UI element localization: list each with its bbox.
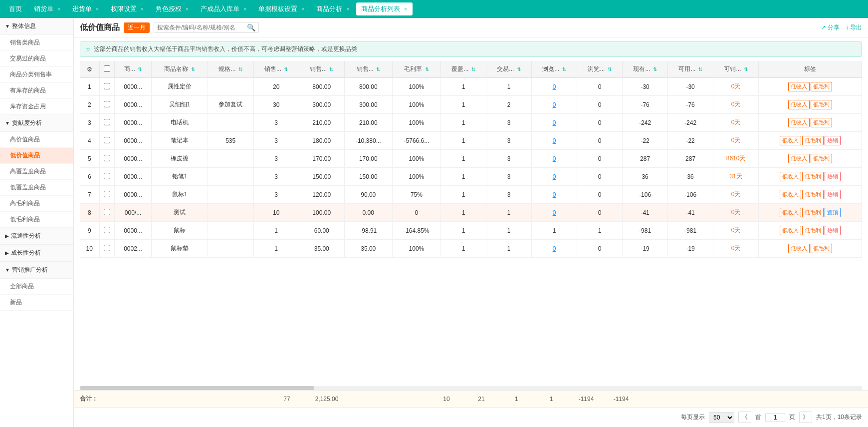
row-checkbox[interactable] <box>104 227 110 233</box>
col-sale3[interactable]: 销售... ⇅ <box>344 61 392 78</box>
row-checkbox[interactable] <box>104 119 110 125</box>
sidebar-item-category-rate[interactable]: 商品分类销售率 <box>0 67 73 83</box>
sidebar-group-flow[interactable]: ▶流通性分析 <box>0 228 73 245</box>
per-page-select[interactable]: 50 100 <box>709 412 734 423</box>
view1-link[interactable]: 0 <box>553 173 556 180</box>
row-num: 7 <box>80 186 99 204</box>
sidebar-item-high-coverage[interactable]: 高覆盖度商品 <box>0 164 73 180</box>
col-name[interactable]: 商品名称 ⇅ <box>152 61 208 78</box>
select-all-checkbox[interactable] <box>104 65 110 72</box>
nav-purchase[interactable]: 进货单 × <box>67 2 104 15</box>
row-cover: 1 <box>440 168 486 186</box>
sidebar-item-sales-goods[interactable]: 销售类商品 <box>0 35 73 51</box>
view1-link[interactable]: 0 <box>553 137 556 144</box>
row-name[interactable]: 属性定价 <box>152 78 208 96</box>
export-button[interactable]: ↓ 导出 <box>846 23 862 32</box>
sidebar-item-low-coverage[interactable]: 低覆盖度商品 <box>0 180 73 196</box>
sidebar-item-traded-goods[interactable]: 交易过的商品 <box>0 51 73 67</box>
col-available[interactable]: 可用... ⇅ <box>668 61 713 78</box>
col-view1[interactable]: 浏览... ⇅ <box>532 61 577 78</box>
col-trade[interactable]: 交易... ⇅ <box>486 61 531 78</box>
row-checkbox[interactable] <box>104 155 110 161</box>
row-name[interactable]: 橡皮擦 <box>152 150 208 168</box>
sidebar-group-overall[interactable]: ▼整体信息 <box>0 18 73 35</box>
row-sale3: 0.00 <box>344 204 392 222</box>
view1-link[interactable]: 0 <box>553 83 556 90</box>
sidebar-group-growth[interactable]: ▶成长性分析 <box>0 245 73 262</box>
row-code: 0000... <box>114 222 152 240</box>
sidebar-item-low-value[interactable]: 低价值商品 <box>0 148 73 164</box>
row-checkbox[interactable] <box>104 191 110 197</box>
nav-analysis-list[interactable]: 商品分析列表 × <box>356 2 412 15</box>
row-name[interactable]: 测试 <box>152 204 208 222</box>
row-name[interactable]: 鼠标垫 <box>152 240 208 258</box>
table-container: ⚙ 商... ⇅ 商品名称 ⇅ 规格... ⇅ 销售... ⇅ 销售... ⇅ … <box>74 61 868 386</box>
row-name[interactable]: 电话机 <box>152 114 208 132</box>
col-sale2[interactable]: 销售... ⇅ <box>299 61 344 78</box>
horizontal-scrollbar[interactable] <box>80 386 862 390</box>
nav-templates[interactable]: 单据模板设置 × <box>253 2 309 15</box>
nav-roles[interactable]: 角色授权 × <box>151 2 194 15</box>
col-view2[interactable]: 浏览... ⇅ <box>577 61 623 78</box>
row-checkbox-cell <box>99 150 114 168</box>
row-num: 3 <box>80 114 99 132</box>
row-name[interactable]: 笔记本 <box>152 132 208 150</box>
data-table: ⚙ 商... ⇅ 商品名称 ⇅ 规格... ⇅ 销售... ⇅ 销售... ⇅ … <box>80 61 862 258</box>
sidebar-item-low-margin[interactable]: 低毛利商品 <box>0 212 73 228</box>
row-name[interactable]: 吴细细1 <box>152 96 208 114</box>
col-code[interactable]: 商... ⇅ <box>114 61 152 78</box>
nav-analysis[interactable]: 商品分析 × <box>311 2 354 15</box>
col-settings[interactable]: ⚙ <box>80 61 99 78</box>
row-sale3: -10,380... <box>344 132 392 150</box>
nav-sales[interactable]: 销货单 × <box>29 2 65 15</box>
col-salable[interactable]: 可销... ⇅ <box>713 61 759 78</box>
tag-低收入: 低收入 <box>788 100 810 109</box>
sidebar-item-all-goods[interactable]: 全部商品 <box>0 279 73 295</box>
view1-link[interactable]: 0 <box>553 245 556 252</box>
row-name[interactable]: 铅笔1 <box>152 168 208 186</box>
sidebar-item-high-value[interactable]: 高价值商品 <box>0 132 73 148</box>
nav-home[interactable]: 首页 <box>4 2 27 15</box>
row-view1: 1 <box>532 222 577 240</box>
sidebar-group-marketing[interactable]: ▼营销推广分析 <box>0 262 73 279</box>
nav-products[interactable]: 产成品入库单 × <box>196 2 251 15</box>
view1-link[interactable]: 0 <box>553 119 556 126</box>
row-name[interactable]: 鼠标1 <box>152 186 208 204</box>
footer-sale2: 2,125.00 <box>304 396 349 403</box>
tag-低收入: 低收入 <box>788 118 810 127</box>
row-view2: 0 <box>577 132 623 150</box>
per-page-label: 每页显示 <box>681 413 705 422</box>
page-input[interactable] <box>765 413 785 422</box>
row-checkbox[interactable] <box>104 245 110 251</box>
first-page-btn[interactable]: 《 <box>738 412 751 423</box>
row-spec <box>208 168 253 186</box>
col-current[interactable]: 现有... ⇅ <box>623 61 668 78</box>
row-checkbox[interactable] <box>104 83 110 89</box>
sidebar-group-contribution[interactable]: ▼贡献度分析 <box>0 115 73 132</box>
view1-link[interactable]: 0 <box>553 191 556 198</box>
sidebar-item-stock-goods[interactable]: 有库存的商品 <box>0 83 73 99</box>
row-checkbox[interactable] <box>104 137 110 143</box>
row-checkbox[interactable] <box>104 209 110 215</box>
row-checkbox[interactable] <box>104 173 110 179</box>
search-icon[interactable]: 🔍 <box>247 23 255 31</box>
col-cover[interactable]: 覆盖... ⇅ <box>440 61 486 78</box>
notice-text: 这部分商品的销售收入大幅低于商品平均销售收入，价值不高，可考虑调整营销策略，或是… <box>94 45 357 53</box>
last-page-btn[interactable]: 》 <box>799 412 812 423</box>
search-input[interactable] <box>157 24 247 31</box>
share-button[interactable]: ↗ 分享 <box>821 23 840 32</box>
view1-link[interactable]: 0 <box>553 101 556 108</box>
period-button[interactable]: 近一月 <box>124 22 150 33</box>
scrollbar-thumb[interactable] <box>80 386 314 390</box>
col-margin[interactable]: 毛利率 ⇅ <box>392 61 440 78</box>
row-name[interactable]: 鼠标 <box>152 222 208 240</box>
view1-link[interactable]: 0 <box>553 209 556 216</box>
sidebar-item-new-goods[interactable]: 新品 <box>0 295 73 311</box>
col-sale1[interactable]: 销售... ⇅ <box>253 61 299 78</box>
view1-link[interactable]: 0 <box>553 155 556 162</box>
sidebar-item-stock-fund[interactable]: 库存资金占用 <box>0 99 73 115</box>
sidebar-item-high-margin[interactable]: 高毛利商品 <box>0 196 73 212</box>
nav-permissions[interactable]: 权限设置 × <box>106 2 149 15</box>
col-spec[interactable]: 规格... ⇅ <box>208 61 253 78</box>
row-checkbox[interactable] <box>104 101 110 107</box>
